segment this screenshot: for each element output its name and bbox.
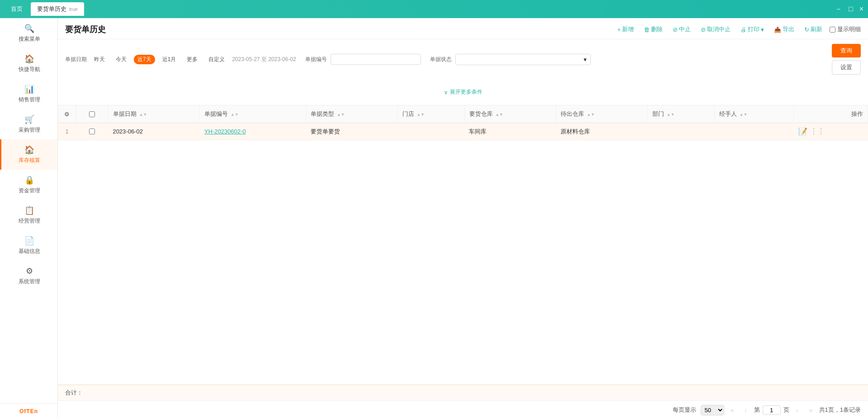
- th-actions-label: 操作: [851, 110, 863, 117]
- doc-status-filter-group: 单据状态 ▾: [430, 54, 591, 65]
- last-page-btn[interactable]: »: [806, 405, 816, 415]
- row-more-btn[interactable]: ⋮⋮: [810, 127, 825, 136]
- sidebar-item-system-mgmt-label: 系统管理: [19, 278, 40, 286]
- handler-sort-icon[interactable]: ▲▼: [739, 113, 747, 117]
- table-header-row: ⚙ 单据日期 ▲▼: [58, 105, 868, 123]
- date-chip-custom[interactable]: 自定义: [205, 55, 228, 64]
- top-bar: 首页 要货单历史 true － □ ×: [0, 0, 868, 18]
- pending-warehouse-sort-icon[interactable]: ▲▼: [587, 113, 595, 117]
- pagination-bar: 每页显示 20 50 100 200 « ‹ 第 页 › » 共1页，1条记录: [58, 400, 868, 419]
- th-pending-warehouse-label: 待出仓库: [561, 110, 584, 117]
- department-sort-icon[interactable]: ▲▼: [667, 113, 675, 117]
- row-store: [397, 123, 464, 140]
- cancel-suspend-button[interactable]: ⊘ 取消中止: [698, 24, 733, 35]
- print-button[interactable]: 🖨 打印 ▾: [738, 24, 767, 35]
- inventory-calc-icon: 🏠: [24, 145, 34, 155]
- row-checkbox[interactable]: [89, 129, 95, 134]
- th-pending-warehouse[interactable]: 待出仓库 ▲▼: [556, 105, 648, 123]
- filter-bar: 单据日期 昨天 今天 近7天 近1月 更多 自定义 2023-05-27 至 2…: [58, 39, 868, 105]
- delete-button[interactable]: 🗑 删除: [641, 24, 665, 35]
- date-range-text: 2023-05-27 至 2023-06-02: [232, 56, 296, 63]
- display-detail-check[interactable]: 显示明细: [830, 25, 861, 33]
- th-checkbox[interactable]: [76, 105, 108, 123]
- close-btn[interactable]: ×: [859, 5, 863, 13]
- th-handler[interactable]: 经手人 ▲▼: [714, 105, 793, 123]
- doc-date-sort-icon[interactable]: ▲▼: [139, 113, 147, 117]
- date-chip-today[interactable]: 今天: [112, 55, 130, 64]
- settings-button[interactable]: 设置: [832, 60, 861, 75]
- expand-more-btn[interactable]: ∨ 展开更多条件: [444, 86, 482, 99]
- sidebar-item-ops-mgmt[interactable]: 📋 经营管理: [0, 200, 57, 230]
- th-doc-type-label: 单据类型: [311, 110, 334, 117]
- display-detail-label: 显示明细: [837, 25, 861, 33]
- th-req-warehouse[interactable]: 要货仓库 ▲▼: [464, 105, 556, 123]
- req-warehouse-sort-icon[interactable]: ▲▼: [495, 113, 503, 117]
- sidebar-item-purchase-mgmt[interactable]: 🛒 采购管理: [0, 109, 57, 139]
- next-page-btn[interactable]: ›: [792, 405, 803, 415]
- filter-row-1: 单据日期 昨天 今天 近7天 近1月 更多 自定义 2023-05-27 至 2…: [65, 44, 861, 75]
- refresh-label: 刷新: [811, 25, 822, 33]
- sidebar-item-quick-nav-label: 快捷导航: [19, 66, 40, 73]
- doc-status-select[interactable]: ▾: [455, 54, 591, 65]
- sidebar-item-system-mgmt[interactable]: ⚙ 系统管理: [0, 261, 57, 291]
- doc-number-sort-icon[interactable]: ▲▼: [231, 113, 239, 117]
- sidebar-item-search-menu-label: 搜索菜单: [19, 35, 40, 43]
- system-mgmt-icon: ⚙: [26, 266, 33, 276]
- date-chip-7days[interactable]: 近7天: [134, 55, 155, 64]
- doc-number-input[interactable]: [330, 54, 421, 65]
- table-row[interactable]: 1 2023-06-02 YH-20230602-0 要货单要货 车间库: [58, 123, 868, 140]
- refresh-icon: ↻: [804, 26, 809, 33]
- sidebar-item-search-menu[interactable]: 🔍 搜索菜单: [0, 18, 57, 48]
- prev-page-btn[interactable]: ‹: [741, 405, 751, 415]
- refresh-button[interactable]: ↻ 刷新: [802, 24, 825, 35]
- select-all-checkbox[interactable]: [89, 111, 95, 117]
- window-controls: － □ ×: [835, 5, 863, 14]
- doc-type-sort-icon[interactable]: ▲▼: [337, 113, 345, 117]
- doc-status-arrow-icon: ▾: [584, 56, 587, 63]
- per-page-select[interactable]: 20 50 100 200: [701, 405, 724, 415]
- new-button[interactable]: + 新增: [614, 24, 637, 35]
- close-tab-icon[interactable]: true: [69, 6, 78, 12]
- first-page-btn[interactable]: «: [727, 405, 738, 415]
- row-checkbox-cell[interactable]: [76, 123, 108, 140]
- row-doc-number[interactable]: YH-20230602-0: [200, 123, 306, 140]
- sidebar-item-basic-info-label: 基础信息: [19, 248, 40, 255]
- sidebar-item-inventory-calc[interactable]: 🏠 库存核算: [0, 139, 57, 170]
- tab-requisition-history[interactable]: 要货单历史 true: [31, 2, 84, 16]
- th-settings[interactable]: ⚙: [58, 105, 76, 123]
- sidebar-item-sales-mgmt-label: 销售管理: [19, 96, 40, 104]
- row-action-buttons: 📝 ⋮⋮: [798, 127, 863, 136]
- date-filter-label: 单据日期: [65, 56, 87, 63]
- th-doc-date[interactable]: 单据日期 ▲▼: [108, 105, 200, 123]
- per-page-label: 每页显示: [673, 406, 696, 414]
- cancel-suspend-icon: ⊘: [701, 26, 706, 33]
- date-chip-1month[interactable]: 近1月: [159, 55, 180, 64]
- display-detail-checkbox[interactable]: [830, 27, 835, 33]
- row-pending-warehouse: 原材料仓库: [556, 123, 648, 140]
- date-chip-more[interactable]: 更多: [183, 55, 201, 64]
- query-button[interactable]: 查询: [832, 44, 861, 57]
- th-doc-number[interactable]: 单据编号 ▲▼: [200, 105, 306, 123]
- th-store[interactable]: 门店 ▲▼: [397, 105, 464, 123]
- sidebar-item-finance-mgmt[interactable]: 🔒 资金管理: [0, 170, 57, 200]
- row-edit-btn[interactable]: 📝: [798, 127, 807, 136]
- suspend-button[interactable]: ⊘ 中止: [670, 24, 693, 35]
- tab-home[interactable]: 首页: [5, 2, 29, 16]
- expand-more-icon: ∨: [444, 89, 448, 95]
- maximize-btn[interactable]: □: [849, 5, 853, 13]
- sidebar-item-sales-mgmt[interactable]: 📊 销售管理: [0, 79, 57, 109]
- export-button[interactable]: 📤 导出: [771, 24, 797, 35]
- doc-number-filter-group: 单据编号: [305, 54, 421, 65]
- date-chip-yesterday[interactable]: 昨天: [90, 55, 108, 64]
- minimize-btn[interactable]: －: [835, 5, 842, 14]
- page-label-after: 页: [783, 406, 789, 414]
- th-department[interactable]: 部门 ▲▼: [647, 105, 714, 123]
- table-settings-icon[interactable]: ⚙: [64, 111, 70, 118]
- store-sort-icon[interactable]: ▲▼: [416, 113, 425, 117]
- th-doc-type[interactable]: 单据类型 ▲▼: [306, 105, 398, 123]
- th-store-label: 门店: [402, 110, 414, 117]
- brand-label: OfTEn: [19, 408, 38, 414]
- sidebar-item-basic-info[interactable]: 📄 基础信息: [0, 230, 57, 261]
- sidebar-item-quick-nav[interactable]: 🏠 快捷导航: [0, 48, 57, 79]
- page-number-input[interactable]: [763, 405, 781, 415]
